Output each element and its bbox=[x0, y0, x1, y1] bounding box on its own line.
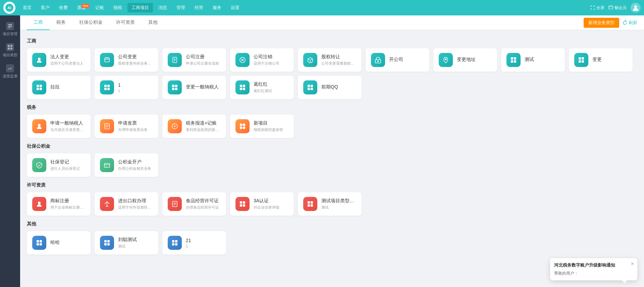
tab-shebao[interactable]: 社保公积金 bbox=[72, 15, 109, 30]
svg-rect-48 bbox=[243, 85, 245, 87]
card-icon-fazren bbox=[32, 53, 46, 67]
svg-rect-89 bbox=[172, 240, 174, 242]
svg-rect-54 bbox=[311, 88, 313, 90]
card-xmxiang[interactable]: 新项目 报税加税控盘保管 bbox=[230, 115, 294, 138]
tabs-left: 工商 税务 社保公积金 许可资质 其他 bbox=[27, 15, 164, 30]
svg-rect-34 bbox=[582, 60, 584, 63]
svg-rect-43 bbox=[172, 85, 174, 87]
nav-home[interactable]: 首页 bbox=[19, 3, 36, 12]
card-gehh[interactable]: 葛红红 葛红红测试 bbox=[230, 76, 294, 99]
fullscreen-button[interactable]: 全屏 bbox=[590, 5, 604, 11]
nav-customer[interactable]: 客户 bbox=[37, 3, 54, 12]
card-name-sqfp: 申请发票 bbox=[118, 120, 153, 126]
nav-bookkeeping[interactable]: 记账 bbox=[91, 3, 108, 12]
top-navigation: Ai 首页 客户 收费 票据 new 记账 报税 工商项目 消息 管理 经营 服… bbox=[0, 0, 644, 15]
card-swbd[interactable]: ¥ 税务报道+记账 拿到营业执照的新公司 bbox=[162, 115, 226, 138]
nav-fee[interactable]: 收费 bbox=[55, 3, 72, 12]
svg-rect-92 bbox=[175, 243, 177, 245]
svg-rect-50 bbox=[243, 88, 245, 90]
project-type-icon bbox=[6, 43, 14, 51]
card-gqzr[interactable]: 股权转让 公司变更需要股权转让 bbox=[298, 48, 362, 72]
card-cslxdingyi[interactable]: 测试项目类型目定义 测试 bbox=[298, 192, 362, 216]
card-gszx[interactable]: 公司注销 适用于注销公司 bbox=[230, 48, 294, 72]
card-fazren[interactable]: 法人变更 适用于公司变更法人 bbox=[27, 48, 91, 72]
tab-shuiwu[interactable]: 税务 bbox=[50, 15, 72, 30]
card-desc-gehh: 葛红红测试 bbox=[254, 88, 288, 93]
new-type-button[interactable]: 新增业务类型 bbox=[584, 18, 619, 28]
tab-xuke[interactable]: 许可资质 bbox=[109, 15, 142, 30]
avatar-icon bbox=[632, 4, 639, 11]
nav-message[interactable]: 消息 bbox=[154, 3, 171, 12]
sidebar-item-progress[interactable]: 进度监测 bbox=[0, 61, 20, 82]
card-name-sbzc: 商标注册 bbox=[50, 198, 85, 204]
card-one[interactable]: 1 1 bbox=[95, 76, 158, 99]
svg-rect-85 bbox=[104, 240, 107, 242]
svg-rect-5 bbox=[8, 27, 11, 28]
member-button[interactable]: 畅会员 bbox=[608, 5, 627, 11]
svg-rect-76 bbox=[243, 204, 245, 207]
nav-tax[interactable]: 报税 bbox=[109, 3, 126, 12]
card-sbzc[interactable]: 商标注册 用于企业商标注册服务 bbox=[27, 192, 91, 216]
card-spjy[interactable]: 食品经营许可证 办理食品经营许可证 bbox=[162, 192, 226, 216]
card-desc-21: 1 bbox=[186, 244, 221, 248]
card-ceshi1[interactable]: 测试 bbox=[501, 48, 565, 72]
card-desc-sbdj: 进行人员社保登记 bbox=[50, 166, 85, 171]
svg-rect-32 bbox=[582, 57, 584, 60]
card-lala[interactable]: 拉拉 bbox=[27, 76, 91, 99]
svg-rect-44 bbox=[175, 85, 177, 87]
section-title-gongshang: 工商 bbox=[27, 38, 637, 44]
sidebar-item-project-manage[interactable]: 项目管理 bbox=[0, 19, 20, 40]
tabs-bar: 工商 税务 社保公积金 许可资质 其他 新增业务类型 刷新 bbox=[20, 15, 644, 30]
card-qqq[interactable]: 前期QQ bbox=[298, 76, 362, 99]
sidebar-item-project-type[interactable]: 项目类型 bbox=[0, 40, 20, 61]
card-name-qqq: 前期QQ bbox=[321, 84, 356, 90]
card-icon-21 bbox=[168, 236, 182, 250]
tab-gongshang[interactable]: 工商 bbox=[27, 15, 50, 30]
svg-rect-49 bbox=[240, 88, 242, 90]
card-desc-xmxiang: 报税加税控盘保管 bbox=[254, 127, 288, 132]
fullscreen-label: 全屏 bbox=[596, 5, 604, 11]
svg-point-2 bbox=[634, 5, 637, 8]
notification-arrow bbox=[622, 280, 627, 283]
nav-business[interactable]: 工商项目 bbox=[127, 3, 153, 12]
card-bgdz[interactable]: 变更地址 bbox=[433, 48, 497, 72]
nav-ticket[interactable]: 票据 new bbox=[73, 3, 90, 12]
card-gszc[interactable]: 公司注册 申请公司注册全流程 bbox=[162, 48, 226, 72]
new-badge: new bbox=[82, 4, 89, 8]
svg-rect-30 bbox=[514, 60, 516, 63]
svg-rect-63 bbox=[243, 124, 245, 126]
user-avatar[interactable] bbox=[631, 3, 641, 13]
nav-settings[interactable]: 设置 bbox=[227, 3, 244, 12]
card-kaigs[interactable]: 开公司 bbox=[366, 48, 429, 72]
card-sqybnsrr[interactable]: 申请一般纳税人 当月或次月成变更完成 bbox=[27, 115, 91, 138]
refresh-label: 刷新 bbox=[629, 20, 637, 26]
card-jckq[interactable]: 进出口权办理 适用于对外贸易经营者 bbox=[95, 192, 158, 216]
card-name-ceshi1: 测试 bbox=[525, 57, 559, 63]
nav-service[interactable]: 服务 bbox=[209, 3, 225, 12]
card-21[interactable]: 21 1 bbox=[162, 231, 226, 255]
card-haha[interactable]: 哈哈 bbox=[27, 231, 91, 255]
card-biangeng[interactable]: 变更 bbox=[569, 48, 633, 72]
card-3a[interactable]: 3A认证 对企业信誉评级 bbox=[230, 192, 294, 216]
svg-rect-47 bbox=[240, 85, 242, 87]
card-gsbian[interactable]: 公司变更 股权变更外的业务变更 bbox=[95, 48, 158, 72]
nav-manage[interactable]: 管理 bbox=[172, 3, 189, 12]
card-name-gsbian: 公司变更 bbox=[118, 54, 153, 60]
card-bgnsrr[interactable]: 变更一般纳税人 bbox=[162, 76, 226, 99]
nav-operation[interactable]: 经营 bbox=[191, 3, 207, 12]
refresh-button[interactable]: 刷新 bbox=[623, 20, 637, 26]
logo[interactable]: Ai bbox=[3, 2, 15, 14]
svg-rect-73 bbox=[240, 201, 242, 204]
svg-rect-37 bbox=[37, 88, 39, 90]
notification-close-button[interactable]: × bbox=[631, 261, 634, 267]
card-desc-fazren: 适用于公司变更法人 bbox=[50, 61, 85, 66]
card-gjjkh[interactable]: 公积金开户 办理公积金相关业务 bbox=[95, 153, 158, 177]
card-liuccs[interactable]: 刘聪测试 测试 bbox=[95, 231, 158, 255]
card-name-cslxdingyi: 测试项目类型目定义 bbox=[321, 198, 356, 204]
svg-rect-46 bbox=[175, 88, 177, 90]
card-sqfp[interactable]: 申请发票 办理申请发票业务 bbox=[95, 115, 158, 138]
card-name-sbdj: 社保登记 bbox=[50, 159, 85, 165]
tab-other[interactable]: 其他 bbox=[142, 15, 164, 30]
card-sbdj[interactable]: 社保登记 进行人员社保登记 bbox=[27, 153, 91, 177]
svg-rect-41 bbox=[104, 88, 107, 90]
